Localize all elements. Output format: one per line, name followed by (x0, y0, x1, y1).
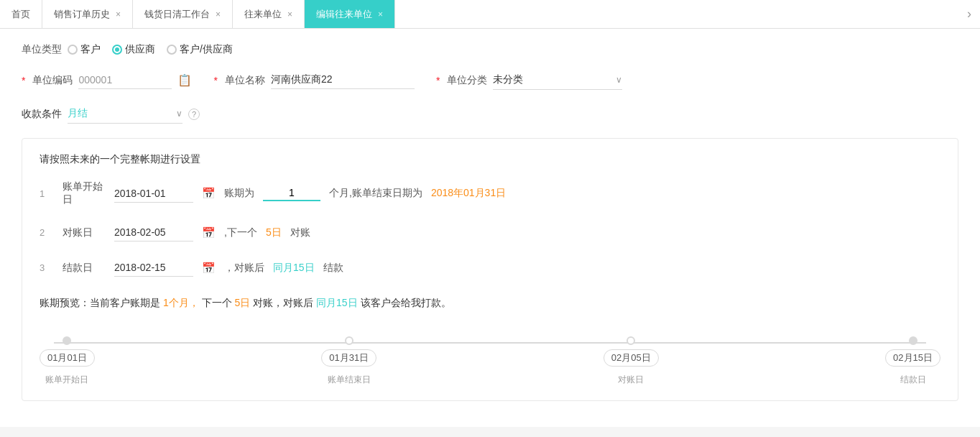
start-date-input[interactable] (114, 185, 193, 203)
period-unit-text: 个月,账单结束日期为 (329, 187, 422, 200)
radio-customer[interactable]: 客户 (68, 43, 101, 56)
tl-dot-2 (627, 336, 635, 345)
name-label: 单位名称 (225, 74, 265, 87)
payment-label: 收款条件 (22, 108, 62, 121)
radio-circle-both (167, 45, 177, 55)
timeline-point-3: 02月15日 结款日 (885, 336, 940, 386)
cal-icon-1[interactable]: 📅 (202, 187, 216, 200)
period-label-3: 结款日 (63, 262, 106, 275)
radio-supplier[interactable]: 供应商 (112, 43, 155, 56)
reconcile-day: 5日 (266, 226, 282, 239)
payment-row: 收款条件 月结 ∨ ? (22, 104, 958, 124)
tab-cash-work[interactable]: 钱货日清工作台 × (133, 0, 233, 28)
settlement-suffix: 结款 (323, 262, 343, 275)
name-field: * 单位名称 (213, 71, 414, 89)
tl-badge-0: 01月01日 (40, 349, 95, 367)
code-label: 单位编码 (32, 74, 73, 87)
help-icon[interactable]: ? (188, 109, 200, 120)
reconcile-prefix: ,下一个 (224, 226, 257, 239)
unit-info-row: * 单位编码 📋 * 单位名称 * 单位分类 未分类 ∨ (22, 70, 958, 90)
unit-type-field: 单位类型 客户 供应商 客户/供应商 (22, 43, 233, 56)
main-content: 单位类型 客户 供应商 客户/供应商 * 单位编码 (0, 29, 980, 427)
code-icon[interactable]: 📋 (177, 73, 192, 87)
preview-end: 该客户会给我打款。 (361, 297, 451, 308)
reconcile-suffix: 对账 (290, 226, 310, 239)
code-input[interactable] (78, 71, 172, 89)
payment-value: 月结 (68, 107, 176, 120)
period-num-input[interactable] (263, 185, 320, 201)
close-counterparty[interactable]: × (287, 9, 292, 19)
tl-label-1: 账单结束日 (328, 374, 371, 386)
preview-period: 1个月， (163, 297, 199, 308)
tab-edit-counterparty[interactable]: 编辑往来单位 × (305, 0, 395, 28)
category-select[interactable]: 未分类 ∨ (493, 70, 622, 90)
settlement-day: 同月15日 (273, 262, 315, 275)
radio-both[interactable]: 客户/供应商 (167, 43, 233, 56)
category-value: 未分类 (493, 73, 616, 86)
preview-settlement: 同月15日 (316, 297, 358, 308)
payment-chevron-icon: ∨ (176, 109, 182, 119)
preview-text: 账期预览：当前客户账期是 1个月， 下一个 5日 对账，对账后 同月15日 该客… (40, 294, 940, 312)
card-description: 请按照未来的一个完整帐期进行设置 (40, 153, 940, 166)
preview-middle: 下一个 (202, 297, 232, 308)
code-field: * 单位编码 📋 (22, 71, 192, 89)
tab-more-button[interactable]: › (958, 6, 980, 22)
category-label: 单位分类 (447, 74, 487, 87)
reconcile-date-input[interactable] (114, 224, 193, 242)
timeline-point-2: 02月05日 对账日 (604, 336, 659, 386)
payment-select[interactable]: 月结 ∨ (68, 104, 182, 124)
settlement-prefix: ，对账后 (224, 262, 264, 275)
category-chevron-icon: ∨ (616, 75, 622, 85)
tl-badge-2: 02月05日 (604, 349, 659, 367)
radio-group: 客户 供应商 客户/供应商 (68, 43, 233, 56)
cal-icon-2[interactable]: 📅 (202, 226, 216, 239)
name-input[interactable] (271, 71, 415, 89)
card-section: 请按照未来的一个完整帐期进行设置 1 账单开始日 📅 账期为 个月,账单结束日期… (22, 138, 958, 401)
code-required: * (22, 75, 25, 86)
close-edit-counterparty[interactable]: × (378, 9, 383, 19)
radio-circle-customer (68, 45, 78, 55)
period-end-date: 2018年01月31日 (431, 187, 506, 200)
tl-dot-3 (909, 336, 917, 345)
period-row-2: 2 对账日 📅 ,下一个 5日 对账 (40, 224, 940, 242)
preview-day: 5日 (234, 297, 250, 308)
period-label-1: 账单开始日 (63, 180, 106, 206)
name-required: * (213, 75, 217, 86)
tl-badge-1: 01月31日 (321, 349, 376, 367)
settlement-date-input[interactable] (114, 259, 193, 277)
tab-sales-history[interactable]: 销售订单历史 × (42, 0, 133, 28)
period-row-3: 3 结款日 📅 ，对账后 同月15日 结款 (40, 259, 940, 277)
unit-type-label: 单位类型 (22, 43, 62, 56)
period-label-2: 对账日 (63, 226, 106, 239)
tl-dot-0 (63, 336, 71, 345)
period-row-num-1: 1 (40, 188, 54, 199)
radio-circle-supplier (112, 45, 122, 55)
close-cash-work[interactable]: × (216, 9, 221, 19)
tab-home[interactable]: 首页 (0, 0, 42, 28)
timeline-points: 01月01日 账单开始日 01月31日 账单结束日 02月05日 对账日 02月… (40, 336, 940, 386)
timeline-point-0: 01月01日 账单开始日 (40, 336, 95, 386)
period-row-num-3: 3 (40, 262, 54, 273)
unit-type-row: 单位类型 客户 供应商 客户/供应商 (22, 43, 958, 56)
tl-label-3: 结款日 (900, 374, 926, 386)
close-sales-history[interactable]: × (116, 9, 121, 19)
cal-icon-3[interactable]: 📅 (202, 262, 216, 275)
category-required: * (436, 75, 440, 86)
category-field: * 单位分类 未分类 ∨ (436, 70, 622, 90)
tab-counterparty[interactable]: 往来单位 × (233, 0, 305, 28)
tl-label-0: 账单开始日 (45, 374, 88, 386)
tab-bar: 首页 销售订单历史 × 钱货日清工作台 × 往来单位 × 编辑往来单位 × › (0, 0, 980, 29)
period-row-1: 1 账单开始日 📅 账期为 个月,账单结束日期为 2018年01月31日 (40, 180, 940, 206)
tl-label-2: 对账日 (618, 374, 644, 386)
timeline: 01月01日 账单开始日 01月31日 账单结束日 02月05日 对账日 02月… (40, 329, 940, 386)
period-row-num-2: 2 (40, 227, 54, 238)
tl-dot-1 (345, 336, 353, 345)
preview-label: 账期预览：当前客户账期是 (40, 297, 160, 308)
period-suffix-label: 账期为 (224, 187, 254, 200)
tl-badge-3: 02月15日 (885, 349, 940, 367)
timeline-point-1: 01月31日 账单结束日 (321, 336, 376, 386)
preview-mid2: 对账，对账后 (253, 297, 316, 308)
